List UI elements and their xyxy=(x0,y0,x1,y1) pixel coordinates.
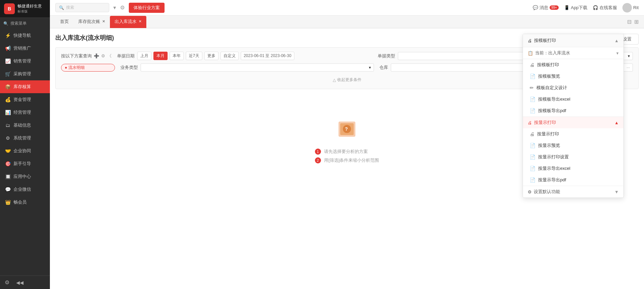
sidebar-item-label: 系统管理 xyxy=(13,135,31,141)
sidebar-item-quick-nav[interactable]: ⚡ 快捷导航 xyxy=(0,29,50,42)
template-customize-label: 模板自定义设计 xyxy=(536,85,567,91)
sidebar-collapse-icon[interactable]: ◀◀ xyxy=(16,280,24,285)
template-export-pdf-item[interactable]: 📄 按模板导出pdf xyxy=(523,105,623,116)
warehouse-more[interactable]: ··· xyxy=(626,65,630,70)
template-print-section: 🖨 按模板打印 📄 按模板预览 ✏ 模板自定义设计 📄 按模板导出excel 📄 xyxy=(523,59,623,117)
wechat-icon: 💬 xyxy=(5,187,11,192)
operation-icon: 📊 xyxy=(5,110,11,115)
date-label: 单据日期 xyxy=(117,53,135,59)
template-export-excel-item[interactable]: 📄 按模板导出excel xyxy=(523,94,623,105)
date-btn-custom[interactable]: 自定义 xyxy=(221,52,239,60)
display-print-settings-item[interactable]: 📄 按显示打印设置 xyxy=(523,151,623,163)
filter-label: 按以下方案查询 ➕ ⚙ 《 xyxy=(61,53,112,59)
sidebar-item-system[interactable]: ⚙ 系统管理 xyxy=(0,132,50,144)
tab-minimize-icon[interactable]: ⊟ xyxy=(627,19,632,25)
biz-type-filter: 业务类型 ▾ xyxy=(120,63,374,72)
settings-filter-icon[interactable]: ⚙ xyxy=(101,53,105,58)
avatar xyxy=(622,3,632,12)
step-1: 1 请先选择要分析的方案 xyxy=(315,147,379,156)
warehouse-label: 仓库 xyxy=(379,64,388,71)
dropdown-footer[interactable]: ⚙ 设置默认功能 ▼ xyxy=(523,186,623,198)
sidebar-item-marketing[interactable]: 📢 营销推广 xyxy=(0,42,50,55)
template-preview-item[interactable]: 📄 按模板预览 xyxy=(523,71,623,82)
online-service-btn[interactable]: 🎧 在线客服 xyxy=(593,5,617,11)
topbar-dropdown-icon[interactable]: ▾ xyxy=(113,4,116,11)
sidebar-item-label: 营销推广 xyxy=(13,45,31,51)
collapse-icon: △ xyxy=(333,78,336,82)
template-customize-item[interactable]: ✏ 模板自定义设计 xyxy=(523,82,623,94)
display-print-section-label: 按显示打印 xyxy=(534,120,556,126)
topbar-search-text: 搜索 xyxy=(66,5,74,10)
collapse-label: 收起更多条件 xyxy=(337,77,361,83)
display-export-excel-label: 按显示导出excel xyxy=(538,165,570,172)
display-print-section: 🖨 按显示打印 ▲ 🖨 按显示打印 📄 按显示预览 📄 按显示打印设置 xyxy=(523,117,623,186)
tab-batch-account-label: 库存批次账 xyxy=(78,19,100,25)
collapse-filter-icon[interactable]: 《 xyxy=(107,53,112,59)
sidebar-item-base[interactable]: 🗂 基础信息 xyxy=(0,119,50,132)
system-icon: ⚙ xyxy=(5,135,11,141)
display-print-section-header[interactable]: 🖨 按显示打印 ▲ xyxy=(523,117,623,128)
tab-inout-flow[interactable]: 出入库流水 ✕ xyxy=(110,16,146,28)
step-2-text: 用[筛选]条件来缩小分析范围 xyxy=(324,158,379,163)
topbar-search[interactable]: 🔍 搜索 xyxy=(55,3,109,12)
filter-tag-area: ● 流水明细 xyxy=(61,64,115,72)
user-name: Rit xyxy=(633,5,639,10)
date-btn-this-month[interactable]: 本月 xyxy=(153,52,168,60)
sidebar-item-wechat[interactable]: 💬 企业微信 xyxy=(0,183,50,196)
quick-nav-icon: ⚡ xyxy=(5,33,11,38)
biz-type-select[interactable]: ▾ xyxy=(141,63,374,72)
sidebar-item-label: 经营管理 xyxy=(13,109,31,115)
display-export-pdf-label: 按显示导出pdf xyxy=(538,177,566,183)
current-template-chevron[interactable]: ▾ xyxy=(616,51,619,56)
tab-inout-flow-label: 出入库流水 xyxy=(115,19,137,25)
date-btn-more[interactable]: 更多 xyxy=(204,52,218,60)
industry-btn[interactable]: 体验行业方案 xyxy=(129,3,165,13)
date-buttons: 上月 本月 本年 近7天 更多 自定义 2023-06-01 至 2023-06… xyxy=(137,52,294,60)
sidebar-item-finance[interactable]: 💰 资金管理 xyxy=(0,93,50,106)
filter-tag: ● 流水明细 xyxy=(61,64,115,72)
sidebar-item-enterprise[interactable]: 🤝 企业协同 xyxy=(0,144,50,157)
date-range[interactable]: 2023-06-01 至 2023-06-30 xyxy=(241,52,294,60)
display-preview-item[interactable]: 📄 按显示预览 xyxy=(523,140,623,151)
tab-batch-account-close[interactable]: ✕ xyxy=(102,19,105,24)
display-export-excel-item[interactable]: 📄 按显示导出excel xyxy=(523,163,623,174)
logo-tag: 标准版 xyxy=(18,9,42,14)
member-icon: 👑 xyxy=(5,200,11,205)
topbar-settings-icon[interactable]: ⚙ xyxy=(120,4,125,11)
display-preview-label: 按显示预览 xyxy=(538,142,560,149)
date-btn-this-year[interactable]: 本年 xyxy=(170,52,184,60)
svg-text:?: ? xyxy=(345,126,348,132)
sidebar-item-app-center[interactable]: 🔲 应用中心 xyxy=(0,170,50,183)
sidebar-search[interactable]: 🔍 搜索菜单 xyxy=(0,18,50,29)
headset-icon: 🎧 xyxy=(593,5,598,10)
display-section-chevron: ▲ xyxy=(614,120,619,125)
message-btn[interactable]: 💬 消息 99+ xyxy=(533,5,559,11)
sidebar-item-inventory[interactable]: 📦 库存核算 xyxy=(0,80,50,93)
sidebar-item-member[interactable]: 👑 畅会员 xyxy=(0,196,50,209)
dropdown-chevron[interactable]: ▲ xyxy=(614,38,619,43)
sidebar-item-purchase[interactable]: 🛒 采购管理 xyxy=(0,68,50,80)
template-print-item[interactable]: 🖨 按模板打印 xyxy=(523,59,623,71)
tab-inout-flow-close[interactable]: ✕ xyxy=(139,19,142,24)
sidebar: B 畅捷通好生意 标准版 🔍 搜索菜单 ⚡ 快捷导航 📢 营销推广 📈 销售管理… xyxy=(0,0,50,289)
add-filter-icon[interactable]: ➕ xyxy=(94,53,99,58)
date-btn-7days[interactable]: 近7天 xyxy=(186,52,202,60)
sidebar-item-operation[interactable]: 📊 经营管理 xyxy=(0,106,50,119)
user-avatar-btn[interactable]: Rit xyxy=(622,3,639,12)
search-label: 搜索菜单 xyxy=(10,21,27,26)
sidebar-item-label: 资金管理 xyxy=(13,97,31,103)
display-print-item[interactable]: 🖨 按显示打印 xyxy=(523,128,623,140)
template-customize-icon: ✏ xyxy=(530,85,534,90)
base-icon: 🗂 xyxy=(5,123,11,128)
app-download-btn[interactable]: 📱 App下载 xyxy=(564,5,587,11)
sidebar-item-label: 企业协同 xyxy=(13,148,31,154)
tab-maximize-icon[interactable]: ⊞ xyxy=(634,19,639,25)
tab-home[interactable]: 首页 xyxy=(55,16,74,28)
sidebar-item-sales[interactable]: 📈 销售管理 xyxy=(0,55,50,68)
tab-batch-account[interactable]: 库存批次账 ✕ xyxy=(74,16,110,28)
display-export-pdf-item[interactable]: 📄 按显示导出pdf xyxy=(523,174,623,186)
sidebar-settings-icon[interactable]: ⚙ xyxy=(5,279,9,286)
sidebar-item-guide[interactable]: 🎯 新手引导 xyxy=(0,157,50,170)
date-range-text: 2023-06-01 至 2023-06-30 xyxy=(244,53,291,59)
date-btn-last-month[interactable]: 上月 xyxy=(137,52,151,60)
